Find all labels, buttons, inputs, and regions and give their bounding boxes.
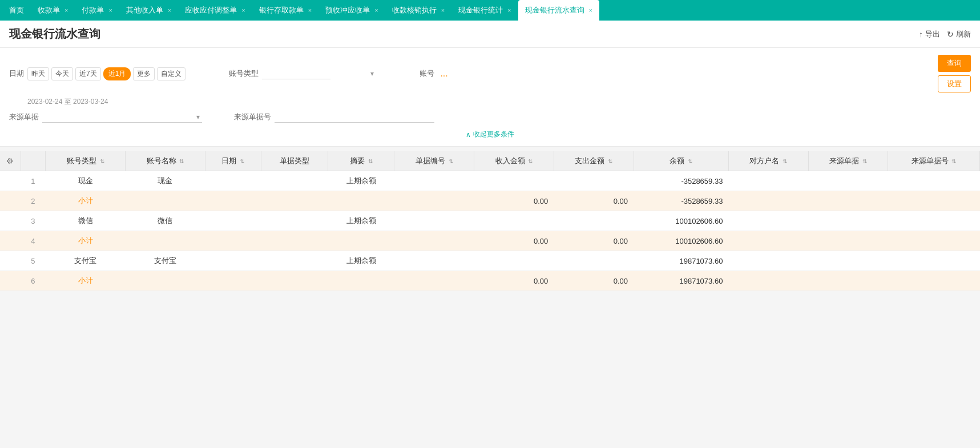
row-income — [474, 251, 554, 271]
refresh-button[interactable]: ↻ 刷新 — [947, 29, 971, 39]
row-date — [205, 191, 261, 211]
refresh-icon: ↻ — [947, 30, 954, 39]
row-income: 0.00 — [474, 271, 554, 291]
account-type-sort-icon[interactable]: ⇅ — [100, 158, 104, 164]
nav-item-other-income[interactable]: 其他收入单 × — [119, 0, 178, 21]
income-column-header: 收入金额 ⇅ — [474, 151, 554, 171]
account-name-sort-icon[interactable]: ⇅ — [179, 158, 184, 164]
source-doc-select[interactable] — [42, 111, 202, 123]
row-account-type: 现金 — [46, 171, 126, 191]
account-ellipsis-button[interactable]: ... — [438, 68, 450, 79]
row-date — [205, 231, 261, 251]
row-doc-no — [394, 211, 474, 231]
row-doc-no — [394, 251, 474, 271]
table-row: 3微信微信上期余额100102606.60 — [0, 211, 980, 231]
source-doc-no-filter-group: 来源单据号 — [234, 111, 434, 123]
row-doc-no — [394, 191, 474, 211]
row-summary — [328, 271, 394, 291]
date-yesterday-button[interactable]: 昨天 — [27, 67, 49, 80]
counterpart-column-label: 对方户名 — [749, 156, 779, 165]
date-more-button[interactable]: 更多 — [133, 67, 155, 80]
data-table: ⚙ 账号类型 ⇅ 账号名称 ⇅ 日期 ⇅ 单据类型 — [0, 151, 980, 291]
close-bank-deposit-icon[interactable]: × — [308, 0, 312, 21]
close-payment-icon[interactable]: × — [108, 0, 112, 21]
nav-item-ap-adjust[interactable]: 应收应付调整单 × — [178, 0, 252, 21]
counterpart-sort-icon[interactable]: ⇅ — [783, 158, 787, 164]
income-sort-icon[interactable]: ⇅ — [528, 158, 533, 164]
row-gear — [0, 271, 21, 291]
row-doc-no — [394, 271, 474, 291]
row-counterpart — [728, 271, 808, 291]
date-range-display: 2023-02-24 至 2023-03-24 — [27, 97, 971, 107]
close-other-income-icon[interactable]: × — [168, 0, 171, 21]
nav-item-receipt[interactable]: 收款单 × — [31, 0, 75, 21]
source-doc-label: 来源单据 — [9, 112, 39, 122]
nav-item-bank-deposit[interactable]: 银行存取款单 × — [252, 0, 318, 21]
summary-sort-icon[interactable]: ⇅ — [368, 158, 373, 164]
nav-item-cash-flow[interactable]: 现金银行流水查询 × — [518, 0, 599, 21]
row-counterpart — [728, 171, 808, 191]
date-sort-icon[interactable]: ⇅ — [240, 158, 244, 164]
source-doc-sort-icon[interactable]: ⇅ — [862, 158, 867, 164]
column-settings-icon[interactable]: ⚙ — [6, 156, 14, 166]
date-last1m-button[interactable]: 近1月 — [103, 67, 131, 80]
filter-area: 日期 昨天 今天 近7天 近1月 更多 自定义 账号类型 账号 ... — [0, 48, 980, 147]
account-type-select-wrapper — [262, 68, 376, 79]
date-today-button[interactable]: 今天 — [51, 67, 73, 80]
balance-sort-icon[interactable]: ⇅ — [688, 158, 692, 164]
row-account-type: 微信 — [46, 211, 126, 231]
table-row: 4小计0.000.00100102606.60 — [0, 231, 980, 251]
doc-no-column-label: 单据编号 — [416, 156, 445, 165]
source-doc-no-sort-icon[interactable]: ⇅ — [951, 158, 956, 164]
export-button[interactable]: ↑ 导出 — [919, 29, 940, 39]
row-expense — [554, 211, 634, 231]
row-account-name: 现金 — [126, 171, 205, 191]
row-source-doc — [808, 211, 888, 231]
nav-item-cash-stat[interactable]: 现金银行统计 × — [451, 0, 518, 21]
row-doc-type — [261, 191, 328, 211]
date-column-header: 日期 ⇅ — [205, 151, 261, 171]
expense-column-label: 支出金额 — [575, 156, 604, 165]
account-type-select[interactable] — [262, 68, 330, 79]
query-button[interactable]: 查询 — [938, 55, 971, 72]
income-column-label: 收入金额 — [495, 156, 525, 165]
date-custom-button[interactable]: 自定义 — [157, 67, 185, 80]
date-filter-group: 日期 昨天 今天 近7天 近1月 更多 自定义 — [9, 67, 185, 80]
row-source-doc-no — [888, 231, 980, 251]
doc-no-column-header: 单据编号 ⇅ — [394, 151, 474, 171]
row-balance: 19871073.60 — [634, 251, 728, 271]
close-prepay-icon[interactable]: × — [374, 0, 378, 21]
row-expense: 0.00 — [554, 271, 634, 291]
nav-item-home[interactable]: 首页 — [2, 0, 31, 21]
date-last7-button[interactable]: 近7天 — [75, 67, 101, 80]
account-type-filter-group: 账号类型 — [229, 68, 376, 79]
row-counterpart — [728, 231, 808, 251]
table-row: 6小计0.000.0019871073.60 — [0, 271, 980, 291]
row-income: 0.00 — [474, 231, 554, 251]
close-cash-stat-icon[interactable]: × — [507, 0, 511, 21]
nav-item-prepay[interactable]: 预收冲应收单 × — [318, 0, 385, 21]
row-date — [205, 171, 261, 191]
account-name-column-header: 账号名称 ⇅ — [126, 151, 205, 171]
row-seq: 2 — [21, 191, 46, 211]
nav-item-payment[interactable]: 付款单 × — [75, 0, 119, 21]
source-doc-no-input[interactable] — [275, 111, 434, 123]
source-doc-no-column-header: 来源单据号 ⇅ — [888, 151, 980, 171]
close-cash-flow-icon[interactable]: × — [589, 0, 592, 21]
row-source-doc-no — [888, 271, 980, 291]
collapse-bar[interactable]: ∧ 收起更多条件 — [9, 127, 971, 142]
nav-item-verify[interactable]: 收款核销执行 × — [385, 0, 451, 21]
close-receipt-icon[interactable]: × — [64, 0, 68, 21]
row-seq: 5 — [21, 251, 46, 271]
row-income: 0.00 — [474, 191, 554, 211]
doc-no-sort-icon[interactable]: ⇅ — [449, 158, 453, 164]
expense-sort-icon[interactable]: ⇅ — [608, 158, 612, 164]
setting-button[interactable]: 设置 — [938, 75, 971, 92]
summary-column-header: 摘要 ⇅ — [328, 151, 394, 171]
gear-column-header: ⚙ — [0, 151, 21, 171]
close-verify-icon[interactable]: × — [441, 0, 445, 21]
source-doc-select-wrapper — [42, 111, 202, 123]
close-ap-adjust-icon[interactable]: × — [241, 0, 245, 21]
row-counterpart — [728, 211, 808, 231]
table-container: ⚙ 账号类型 ⇅ 账号名称 ⇅ 日期 ⇅ 单据类型 — [0, 151, 980, 291]
